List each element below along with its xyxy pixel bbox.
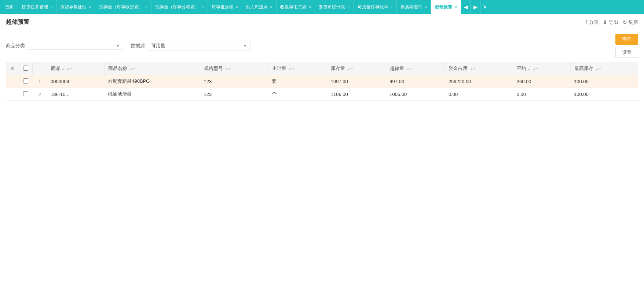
header-actions: ⤴ 分享 ⬇ 导出 ↻ 刷新 <box>585 19 638 26</box>
row-unit-cell: 个 <box>268 88 327 101</box>
top-navigation: 首页 拣货任务管理 × 拣货异常处理 × 现存量（库存状况表） × 现存量（库存… <box>0 0 644 14</box>
table-col-checkbox <box>19 62 32 75</box>
select-all-checkbox[interactable] <box>23 66 28 71</box>
table-col-capital-label: 资金占用 <box>449 66 468 71</box>
query-button[interactable]: 查询 <box>615 34 638 45</box>
category-filter-label: 商品分类 <box>6 42 25 49</box>
row-checkbox-1[interactable] <box>23 91 28 96</box>
nav-tab-2[interactable]: 拣货异常处理 × <box>56 0 95 14</box>
datasource-filter-label: 数据源 <box>131 42 145 49</box>
settings-button[interactable]: 设置 <box>615 47 638 58</box>
export-label: 导出 <box>609 19 618 26</box>
sort-icon-capital: ▲▼ <box>470 67 476 70</box>
row-name-cell: 机油滤清器 <box>104 88 200 101</box>
sort-icon-avg: ▲▼ <box>533 67 539 70</box>
nav-tab-10[interactable]: 保质期查询 × <box>397 0 431 14</box>
nav-tab-8-close[interactable]: × <box>347 5 350 9</box>
row-max-cell: 100.00 <box>570 88 638 101</box>
table-col-name[interactable]: 商品名称 ▲▼ <box>104 62 200 75</box>
sort-icon-name: ▲▼ <box>129 67 135 70</box>
page-content: 超储预警 ⤴ 分享 ⬇ 导出 ↻ 刷新 商品分类 ▼ 数据源 <box>0 14 644 293</box>
nav-next-button[interactable]: ▶ <box>471 0 480 14</box>
nav-prev-button[interactable]: ◀ <box>461 0 471 14</box>
nav-tab-5[interactable]: 库存批次账 × <box>208 0 242 14</box>
nav-tab-2-label: 拣货异常处理 <box>60 4 87 10</box>
nav-tab-9-close[interactable]: × <box>391 5 393 9</box>
category-select[interactable]: ▼ <box>28 42 123 50</box>
nav-tab-home[interactable]: 首页 <box>1 0 18 14</box>
nav-close-all-button[interactable]: ✕ <box>480 0 490 14</box>
nav-tab-7[interactable]: 收发存汇总表 × <box>277 0 315 14</box>
refresh-label: 刷新 <box>629 19 638 26</box>
row-unit-cell: 套 <box>268 75 327 88</box>
nav-tab-6-label: 出入库流水 <box>246 4 268 10</box>
table-row: 1 0000004 六配套新昌490BPG 123 套 1097.00 997.… <box>6 75 638 88</box>
nav-tab-2-close[interactable]: × <box>89 5 91 9</box>
table-col-capital[interactable]: 资金占用 ▲▼ <box>445 62 513 75</box>
nav-tab-11-close[interactable]: × <box>454 5 457 9</box>
nav-tab-7-label: 收发存汇总表 <box>280 4 307 10</box>
refresh-icon: ↻ <box>623 19 627 25</box>
row-gear-cell <box>6 75 19 88</box>
nav-tab-3[interactable]: 现存量（库存状况表） × <box>95 0 151 14</box>
row-stock-cell: 1106.00 <box>327 88 386 101</box>
sort-icon-max: ▲▼ <box>596 67 601 70</box>
table-col-spec-label: 规格型号 <box>204 66 223 71</box>
nav-tab-3-close[interactable]: × <box>145 5 147 9</box>
nav-tab-10-close[interactable]: × <box>425 5 427 9</box>
table-col-avg[interactable]: 平均... ▲▼ <box>513 62 570 75</box>
nav-tab-1-close[interactable]: × <box>50 5 52 9</box>
sort-icon-spec: ▲▼ <box>226 67 231 70</box>
nav-tab-8[interactable]: 要货单统计表 × <box>315 0 354 14</box>
row-name-cell: 六配套新昌490BPG <box>104 75 200 88</box>
table-col-avg-label: 平均... <box>517 66 530 71</box>
table-col-name-label: 商品名称 <box>108 66 127 71</box>
table-col-unit[interactable]: 主计量 ▲▼ <box>268 62 327 75</box>
table-col-overstock[interactable]: 超储量 ▲▼ <box>386 62 445 75</box>
share-button[interactable]: ⤴ 分享 <box>585 19 599 26</box>
category-filter-group: 商品分类 ▼ <box>6 42 123 50</box>
table-body: 1 0000004 六配套新昌490BPG 123 套 1097.00 997.… <box>6 75 638 101</box>
table-col-spec[interactable]: 规格型号 ▲▼ <box>200 62 268 75</box>
page-header: 超储预警 ⤴ 分享 ⬇ 导出 ↻ 刷新 <box>0 14 644 29</box>
row-code-cell: 186-10... <box>47 88 104 101</box>
sort-icon-overstock: ▲▼ <box>406 67 412 70</box>
export-icon: ⬇ <box>603 19 607 25</box>
table-col-unit-label: 主计量 <box>272 66 286 71</box>
query-settings-group: 查询 设置 <box>615 34 638 58</box>
table-col-num <box>32 62 47 75</box>
nav-tab-3-label: 现存量（库存状况表） <box>99 4 143 10</box>
export-button[interactable]: ⬇ 导出 <box>603 19 618 26</box>
page-title: 超储预警 <box>6 18 29 26</box>
nav-tab-4-close[interactable]: × <box>201 5 204 9</box>
nav-tab-5-label: 库存批次账 <box>212 4 234 10</box>
nav-tab-4[interactable]: 现存量（库存分布表） × <box>151 0 208 14</box>
sort-icon-unit: ▲▼ <box>289 67 294 70</box>
nav-tab-9[interactable]: 可用量库存账本 × <box>354 0 397 14</box>
datasource-select[interactable]: 可用量 ▼ <box>148 41 250 51</box>
share-label: 分享 <box>589 19 599 26</box>
refresh-button[interactable]: ↻ 刷新 <box>623 19 638 26</box>
nav-tab-11[interactable]: 超储预警 × <box>431 0 461 14</box>
nav-tab-6[interactable]: 出入库流水 × <box>242 0 276 14</box>
row-spec-cell: 123 <box>200 88 268 101</box>
table-container: ⚙ 商品... ▲▼ 商品名称 ▲▼ 规格型号 <box>0 62 644 101</box>
nav-tab-1-label: 拣货任务管理 <box>22 4 48 10</box>
table-col-max[interactable]: 最高库存 ▲▼ <box>570 62 638 75</box>
table-col-max-label: 最高库存 <box>574 66 593 71</box>
data-table: ⚙ 商品... ▲▼ 商品名称 ▲▼ 规格型号 <box>6 62 638 101</box>
gear-settings-icon[interactable]: ⚙ <box>10 66 15 71</box>
nav-tab-1[interactable]: 拣货任务管理 × <box>18 0 56 14</box>
nav-tab-7-close[interactable]: × <box>309 5 311 9</box>
nav-tab-home-label: 首页 <box>5 4 14 10</box>
table-col-stock[interactable]: 库存量 ▲▼ <box>327 62 386 75</box>
nav-tab-5-close[interactable]: × <box>236 5 238 9</box>
table-col-code[interactable]: 商品... ▲▼ <box>47 62 104 75</box>
row-spec-cell: 123 <box>200 75 268 88</box>
sort-icon-code: ▲▼ <box>67 67 73 70</box>
row-overstock-cell: 1006.00 <box>386 88 445 101</box>
row-gear-cell <box>6 88 19 101</box>
row-checkbox-0[interactable] <box>23 78 28 84</box>
nav-tab-6-close[interactable]: × <box>270 5 272 9</box>
row-num-cell: 2 <box>32 88 47 101</box>
